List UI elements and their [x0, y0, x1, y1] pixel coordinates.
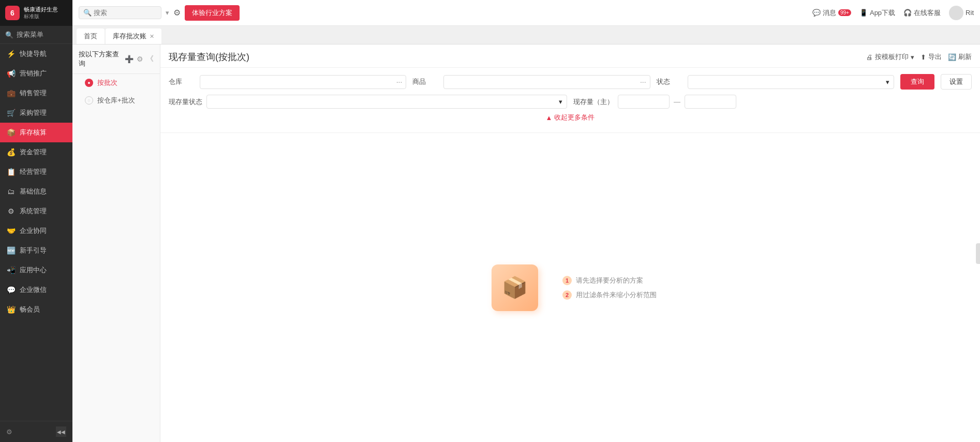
gear-settings-btn[interactable]: ⚙	[173, 8, 181, 18]
collapse-up-icon: ▲	[546, 114, 553, 122]
empty-illustration	[484, 257, 546, 319]
sidebar-item-basic[interactable]: 🗂 基础信息	[0, 182, 72, 201]
sidebar-item-label: 新手引导	[20, 246, 47, 255]
collapse-sidebar-btn[interactable]: ◀◀	[56, 426, 66, 437]
sidebar-item-label: 基础信息	[20, 187, 47, 196]
sidebar-item-purchase[interactable]: 🛒 采购管理	[0, 103, 72, 123]
search-input-icon: 🔍	[83, 9, 92, 17]
user-avatar	[949, 6, 963, 20]
quicknav-icon: ⚡	[6, 49, 16, 58]
sidebar-item-guide[interactable]: 🆕 新手引导	[0, 241, 72, 260]
collapse-filter-btn[interactable]: ▲ 收起更多条件	[169, 109, 972, 126]
sidebar-item-label: 企业协同	[20, 226, 47, 235]
system-icon: ⚙	[6, 207, 16, 216]
sidebar-item-marketing[interactable]: 📢 营销推广	[0, 64, 72, 83]
export-btn[interactable]: ⬆ 导出	[920, 52, 942, 62]
sidebar-item-corp[interactable]: 🤝 企业协同	[0, 221, 72, 241]
status-select[interactable]: ▾	[688, 75, 894, 89]
global-search-box[interactable]: 🔍	[79, 6, 161, 19]
app-name: 畅康通好生意	[24, 6, 58, 13]
plan-item-batch[interactable]: ● 按批次	[72, 74, 160, 92]
message-label: 消息	[823, 8, 836, 18]
product-label: 商品	[412, 77, 443, 86]
appstore-icon: 📲	[6, 266, 16, 275]
inventory-icon: 📦	[6, 128, 16, 137]
sidebar-item-member[interactable]: 👑 畅会员	[0, 300, 72, 319]
print-icon: 🖨	[866, 53, 873, 61]
settings-plan-btn[interactable]: ⚙	[137, 55, 143, 63]
warehouse-label: 仓库	[169, 77, 200, 86]
sidebar-footer: ⚙ ◀◀	[0, 421, 72, 442]
marketing-icon: 📢	[6, 69, 16, 78]
sidebar-item-label: 应用中心	[20, 266, 47, 275]
sidebar-item-label: 库存核算	[20, 128, 47, 137]
sidebar-item-inventory[interactable]: 📦 库存核算	[0, 123, 72, 142]
user-profile-btn[interactable]: Rit	[949, 6, 974, 20]
product-input[interactable]	[443, 75, 650, 89]
search-icon: 🔍	[5, 31, 13, 39]
qty-min-input[interactable]	[618, 95, 670, 109]
print-label: 按模板打印	[875, 52, 909, 62]
sidebar-header: 6 畅康通好生意 标准版	[0, 0, 72, 26]
app-download-btn[interactable]: 📱 App下载	[859, 8, 895, 18]
print-template-btn[interactable]: 🖨 按模板打印 ▾	[866, 52, 914, 62]
stock-qty-label: 现存量（主）	[573, 97, 614, 107]
plan-batch-label: 按批次	[97, 78, 117, 87]
sidebar-item-label: 采购管理	[20, 108, 47, 117]
finance-icon: 💰	[6, 148, 16, 157]
tab-current-label: 库存批次账	[113, 32, 146, 41]
plan-inactive-dot: ○	[85, 96, 93, 105]
export-icon: ⬆	[920, 53, 926, 61]
stock-status-label: 现存量状态	[169, 97, 202, 107]
tab-home[interactable]: 首页	[77, 28, 105, 44]
left-panel-header: 按以下方案查询 ➕ ⚙ 《	[72, 45, 160, 74]
filter-row-1: 仓库 ··· 商品 ··· 状态	[169, 74, 972, 90]
tab-home-label: 首页	[84, 32, 97, 41]
sidebar-item-label: 畅会员	[20, 305, 40, 314]
sidebar-item-system[interactable]: ⚙ 系统管理	[0, 201, 72, 221]
warehouse-input[interactable]	[200, 75, 406, 89]
qty-max-input[interactable]	[685, 95, 736, 109]
settings-icon[interactable]: ⚙	[6, 428, 12, 436]
product-more-btn[interactable]: ···	[640, 78, 646, 86]
experience-industry-btn[interactable]: 体验行业方案	[185, 5, 240, 21]
sidebar-item-wechat[interactable]: 💬 企业微信	[0, 280, 72, 300]
refresh-label: 刷新	[958, 52, 972, 62]
add-plan-btn[interactable]: ➕	[125, 55, 133, 63]
online-service-btn[interactable]: 🎧 在线客服	[903, 8, 941, 18]
message-btn[interactable]: 💬 消息 99+	[812, 8, 851, 18]
sidebar-item-appstore[interactable]: 📲 应用中心	[0, 260, 72, 280]
tab-inventory-batch[interactable]: 库存批次账 ✕	[106, 28, 161, 44]
tip-item-2: 2 用过滤条件来缩小分析范围	[562, 290, 657, 300]
query-btn[interactable]: 查询	[900, 74, 934, 90]
warehouse-more-btn[interactable]: ···	[396, 78, 403, 86]
corp-icon: 🤝	[6, 226, 16, 235]
sidebar-item-sales[interactable]: 💼 销售管理	[0, 83, 72, 103]
tip-num-1: 1	[562, 276, 572, 285]
column-settings-btn[interactable]: 设置	[941, 74, 972, 90]
tab-close-btn[interactable]: ✕	[150, 33, 154, 40]
sidebar-item-quicknav[interactable]: ⚡ 快捷导航	[0, 44, 72, 64]
sidebar-item-ops[interactable]: 📋 经营管理	[0, 162, 72, 182]
print-dropdown-icon[interactable]: ▾	[911, 53, 914, 61]
left-panel-title: 按以下方案查询	[79, 50, 125, 68]
page-actions: 🖨 按模板打印 ▾ ⬆ 导出 🔄 刷新	[866, 52, 972, 62]
collapse-left-btn[interactable]: 《	[146, 54, 154, 64]
dropdown-arrow-icon[interactable]: ▾	[166, 9, 169, 17]
product-input-wrapper: ···	[443, 75, 650, 89]
stock-status-select[interactable]: ▾	[206, 95, 567, 109]
empty-tips: 1 请先选择要分析的方案 2 用过滤条件来缩小分析范围	[562, 276, 657, 300]
right-edge-indicator[interactable]	[976, 243, 980, 264]
status-label: 状态	[657, 77, 688, 86]
global-search-input[interactable]	[94, 9, 156, 17]
ops-icon: 📋	[6, 167, 16, 176]
app-logo: 6	[5, 6, 20, 20]
app-version: 标准版	[24, 13, 58, 20]
refresh-btn[interactable]: 🔄 刷新	[948, 52, 972, 62]
plan-item-warehouse-batch[interactable]: ○ 按仓库+批次	[72, 92, 160, 109]
sidebar-item-finance[interactable]: 💰 资金管理	[0, 142, 72, 162]
collapse-label: 收起更多条件	[554, 113, 595, 122]
topbar-left: 🔍 ▾ ⚙ 体验行业方案	[79, 5, 808, 21]
search-menu-item[interactable]: 🔍 搜索菜单	[0, 26, 72, 44]
stock-status-filter: 现存量状态 ▾	[169, 95, 567, 109]
